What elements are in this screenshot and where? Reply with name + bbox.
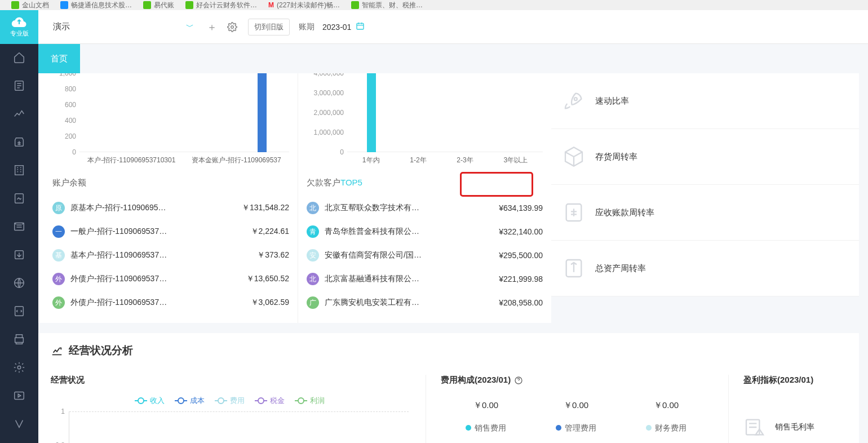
- period-label: 账期: [299, 22, 315, 32]
- browser-tab[interactable]: 金山文档: [11, 0, 49, 10]
- metric-card[interactable]: 速动比率: [551, 73, 859, 129]
- metric-card[interactable]: 应收账款周转率: [551, 185, 859, 241]
- sidebar-globe-icon[interactable]: [11, 275, 27, 291]
- aging-bar-chart: 4,000,0003,000,0002,000,0001,000,0000: [347, 73, 543, 152]
- analysis-title: 经营状况分析: [69, 343, 133, 358]
- svg-point-11: [574, 98, 577, 100]
- chevron-down-icon: ﹀: [186, 22, 194, 32]
- margin-icon: [743, 416, 766, 438]
- browser-tab[interactable]: 智能票、财、税推…: [351, 0, 423, 10]
- account-balance-panel: 1,0008006004002000 本户-招行-110906953710301…: [38, 73, 298, 323]
- cloud-upload-icon: [11, 16, 27, 28]
- workspace-name: 演示: [53, 21, 70, 32]
- chart-bar[interactable]: [367, 73, 376, 152]
- sidebar-chart-icon[interactable]: [11, 106, 27, 122]
- debtor-row[interactable]: 北北京富基融通科技有限公…¥221,999.98: [307, 267, 543, 291]
- browser-tab[interactable]: 畅捷通信息技术股…: [60, 0, 132, 10]
- tab-home[interactable]: 首页: [38, 44, 80, 73]
- calendar-icon[interactable]: [356, 21, 365, 33]
- sidebar-v-icon[interactable]: [11, 416, 27, 432]
- operation-subtitle: 经营状况: [51, 375, 409, 386]
- logo-subtitle: 专业版: [10, 29, 29, 38]
- balance-section-title: 账户余额: [52, 178, 289, 188]
- metric-card[interactable]: 存货周转率: [551, 129, 859, 185]
- sidebar-nav: [0, 44, 38, 443]
- tab-bar: 首页: [38, 44, 868, 73]
- app-logo[interactable]: 专业版: [0, 10, 38, 44]
- chart-line-icon: [51, 344, 63, 357]
- operation-line-chart: 1 0.8: [69, 411, 409, 443]
- asset-icon: [563, 257, 585, 280]
- debtor-row[interactable]: 北北京互帮联众数字技术有…¥634,139.99: [307, 196, 543, 220]
- balance-row[interactable]: 外外债户-招行-1109069537…￥3,062.59: [52, 291, 289, 314]
- help-icon[interactable]: [514, 376, 523, 385]
- sidebar-report-icon[interactable]: [11, 191, 27, 206]
- metric-column: 速动比率 存货周转率 应收账款周转率 总资产周转率: [551, 73, 859, 323]
- metric-card[interactable]: 总资产周转率: [551, 241, 859, 296]
- debtor-row[interactable]: 安安徽有信商贸有限公司/国…¥295,500.00: [307, 243, 543, 267]
- balance-row[interactable]: 一一般户-招行-1109069537…￥2,224.61: [52, 220, 289, 243]
- gear-icon[interactable]: [224, 19, 240, 35]
- browser-tab[interactable]: 好会计云财务软件…: [185, 0, 257, 10]
- line-chart-legend: 收入 成本 费用 税金 利润: [51, 396, 409, 406]
- browser-tab[interactable]: M(227封未读邮件)畅…: [268, 0, 340, 10]
- svg-point-9: [17, 366, 21, 369]
- debtor-section-title: 欠款客户TOP5: [307, 178, 543, 188]
- period-value: 2023-01: [322, 23, 351, 32]
- add-button[interactable]: ＋: [204, 19, 220, 35]
- debtor-row[interactable]: 广广东腾安机电安装工程有…¥208,958.00: [307, 291, 543, 314]
- balance-row[interactable]: 外外债户-招行-1109069537…￥13,650.52: [52, 267, 289, 291]
- switch-old-version-button[interactable]: 切到旧版: [248, 19, 290, 36]
- sidebar-archive-icon[interactable]: [11, 247, 27, 263]
- browser-tab[interactable]: 易代账: [143, 0, 174, 10]
- balance-row[interactable]: 基基本户-招行-1109069537…￥373.62: [52, 243, 289, 267]
- chart-bar[interactable]: [258, 73, 267, 152]
- cost-subtitle: 费用构成(2023/01): [441, 375, 711, 386]
- cube-icon: [563, 145, 585, 168]
- balance-bar-chart: 1,0008006004002000: [79, 73, 289, 152]
- sidebar-settings-icon[interactable]: [11, 360, 27, 375]
- svg-rect-1: [357, 23, 364, 29]
- sidebar-exchange-icon[interactable]: [11, 303, 27, 319]
- sidebar-building-icon[interactable]: [11, 162, 27, 178]
- svg-rect-3: [15, 166, 24, 175]
- svg-rect-10: [15, 392, 24, 400]
- debtor-row[interactable]: 青青岛华胜普金科技有限公…¥322,140.00: [307, 220, 543, 243]
- sidebar-doc-icon[interactable]: [11, 78, 27, 94]
- balance-row[interactable]: 原原基本户-招行-11090695…￥131,548.22: [52, 196, 289, 220]
- svg-point-0: [231, 25, 234, 28]
- profit-subtitle: 盈利指标(2023/01): [743, 375, 847, 386]
- browser-tab-strip: 金山文档 畅捷通信息技术股… 易代账 好会计云财务软件… M(227封未读邮件)…: [0, 0, 868, 10]
- debtor-panel: 4,000,0003,000,0002,000,0001,000,0000 1年…: [298, 73, 551, 323]
- top-bar: 专业版 演示 ﹀ ＋ 切到旧版 账期 2023-01: [0, 10, 868, 44]
- sidebar-money-icon[interactable]: [11, 134, 27, 150]
- rocket-icon: [563, 90, 585, 112]
- workspace-selector[interactable]: 演示 ﹀: [47, 17, 200, 37]
- sidebar-print-icon[interactable]: [11, 331, 27, 347]
- sidebar-receipt-icon[interactable]: [11, 219, 27, 234]
- analysis-panel: 经营状况分析 经营状况 收入 成本 费用 税金 利润 1: [38, 333, 859, 443]
- sidebar-home-icon[interactable]: [11, 50, 27, 65]
- sidebar-video-icon[interactable]: [11, 388, 27, 404]
- receivable-icon: [563, 201, 585, 224]
